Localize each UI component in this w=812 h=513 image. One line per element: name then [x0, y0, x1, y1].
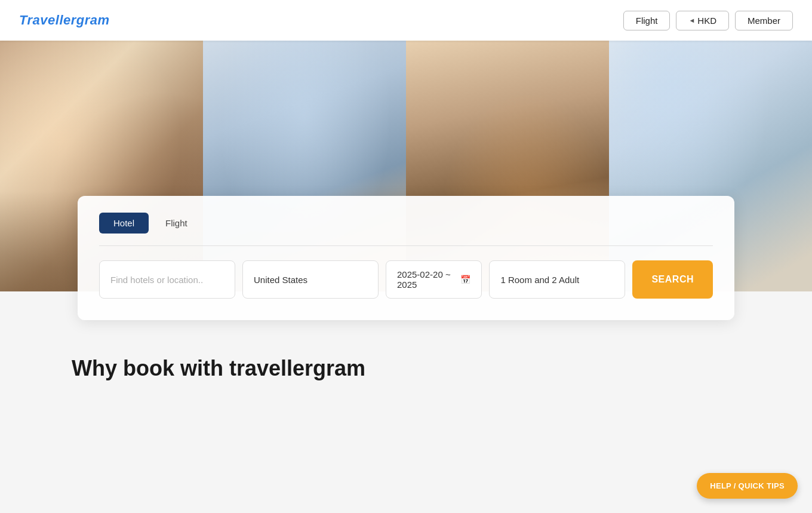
bottom-section: Why book with travellergram: [0, 320, 812, 410]
location-input[interactable]: [99, 260, 235, 299]
tab-hotel[interactable]: Hotel: [99, 213, 149, 234]
header-nav: Flight ◄ HKD Member: [623, 11, 793, 30]
search-tabs: Hotel Flight: [99, 213, 713, 234]
bottom-title: Why book with travellergram: [72, 356, 740, 381]
search-panel: Hotel Flight 2025-02-20 ~ 2025 📅 SEARCH: [78, 196, 734, 320]
tab-flight[interactable]: Flight: [151, 213, 202, 234]
search-row: 2025-02-20 ~ 2025 📅 SEARCH: [99, 260, 713, 299]
member-button[interactable]: Member: [735, 11, 793, 30]
currency-button[interactable]: ◄ HKD: [676, 11, 729, 30]
header: Travellergram Flight ◄ HKD Member: [0, 0, 812, 41]
tab-divider: [99, 245, 713, 246]
rooms-input[interactable]: [489, 260, 625, 299]
currency-label: HKD: [697, 16, 716, 26]
dates-value: 2025-02-20 ~ 2025: [397, 269, 453, 290]
calendar-icon: 📅: [460, 275, 470, 284]
logo: Travellergram: [19, 13, 110, 28]
currency-arrow-icon: ◄: [688, 17, 695, 24]
search-button[interactable]: SEARCH: [632, 260, 713, 299]
country-input[interactable]: [242, 260, 379, 299]
flight-button[interactable]: Flight: [623, 11, 670, 30]
dates-field[interactable]: 2025-02-20 ~ 2025 📅: [386, 260, 482, 299]
